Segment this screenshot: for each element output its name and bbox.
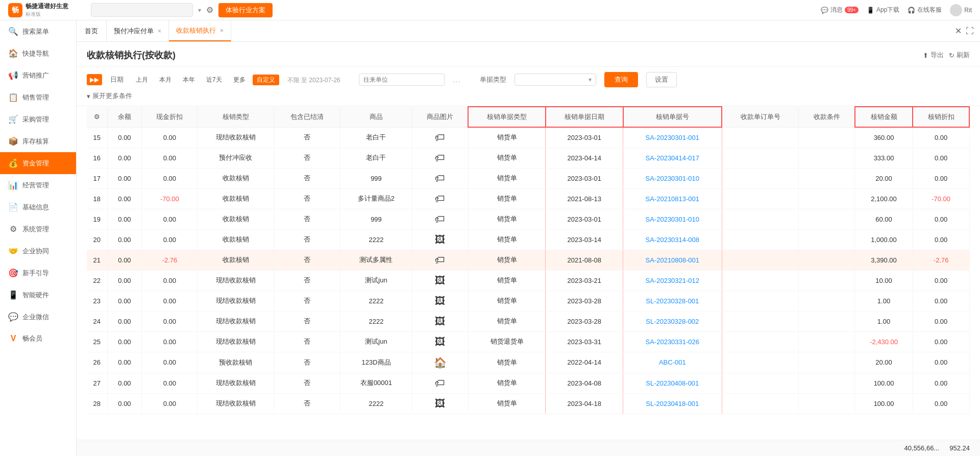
cell-payment-cond (799, 393, 855, 414)
cell-product: 999 (340, 209, 412, 229)
bill-no-link[interactable]: SL-20230418-001 (646, 400, 699, 407)
bill-no-link[interactable]: ABC-001 (659, 358, 686, 366)
cell-bill-no[interactable]: SA-20230301-001 (623, 127, 722, 148)
online-service-item[interactable]: 🎧 在线客服 (908, 6, 942, 14)
settings-button[interactable]: 设置 (646, 72, 677, 87)
sidebar-item-nav[interactable]: 🏠 快捷导航 (0, 42, 76, 64)
cell-bill-date: 2023-04-08 (546, 373, 623, 393)
cell-balance: 0.00 (107, 188, 142, 209)
last-month-btn[interactable]: 上月 (132, 74, 152, 86)
col-gear[interactable]: ⚙ (87, 107, 107, 127)
cell-bill-no[interactable]: SA-20230414-017 (623, 148, 722, 168)
more-btn[interactable]: 更多 (229, 74, 250, 86)
search-box-top[interactable] (91, 3, 193, 17)
refresh-button[interactable]: ↻ 刷新 (949, 51, 970, 60)
custom-date-btn[interactable]: 自定义 (253, 75, 279, 85)
cell-bill-no[interactable]: ABC-001 (623, 352, 722, 373)
sidebar-item-basic[interactable]: 📄 基础信息 (0, 196, 76, 218)
cell-bill-no[interactable]: SL-20230418-001 (623, 393, 722, 414)
tab-prepay[interactable]: 预付冲应付单 × (107, 20, 169, 41)
cell-payment-cond (799, 148, 855, 168)
bill-type-select[interactable]: ▾ (514, 74, 596, 86)
export-button[interactable]: ⬆ 导出 (923, 51, 944, 60)
sidebar-item-member[interactable]: V 畅会员 (0, 328, 76, 349)
bill-no-link[interactable]: SA-20230301-010 (646, 215, 700, 223)
dots-icon[interactable]: ... (453, 76, 461, 84)
expand-conditions-btn[interactable]: ▾ 展开更多条件 (87, 91, 970, 101)
sidebar-item-guide[interactable]: 🎯 新手引导 (0, 262, 76, 284)
col-gear-icon[interactable]: ⚙ (94, 113, 100, 121)
logo-sub: 标准版 (26, 11, 68, 18)
from-unit-input[interactable] (359, 74, 445, 86)
sidebar-item-hardware[interactable]: 📱 智能硬件 (0, 284, 76, 306)
cell-id: 17 (87, 168, 107, 188)
cell-img: 🖼 (412, 331, 468, 352)
sidebar-item-inventory[interactable]: 📦 库存核算 (0, 130, 76, 152)
bill-no-link[interactable]: SA-20210808-001 (646, 256, 700, 264)
cell-bill-no[interactable]: SL-20230328-001 (623, 291, 722, 311)
cell-bill-no[interactable]: SL-20230328-002 (623, 311, 722, 331)
bill-no-link[interactable]: SA-20230321-012 (646, 277, 700, 284)
tab-home[interactable]: 首页 (77, 20, 107, 41)
cell-balance: 0.00 (107, 168, 142, 188)
cell-bill-no[interactable]: SA-20230331-026 (623, 331, 722, 352)
cell-bill-no[interactable]: SA-20210808-001 (623, 250, 722, 270)
expand-tab-icon[interactable]: ⛶ (966, 27, 974, 36)
cell-payment-cond (799, 127, 855, 148)
tab-prepay-close[interactable]: × (158, 28, 161, 35)
gear-icon[interactable]: ⚙ (206, 5, 213, 15)
bill-no-link[interactable]: SA-20230414-017 (646, 154, 700, 162)
bill-no-link[interactable]: SA-20230301-010 (646, 175, 700, 182)
sidebar-item-search[interactable]: 🔍 搜索菜单 (0, 20, 76, 42)
cell-settled: 否 (274, 188, 340, 209)
sidebar-item-purchase[interactable]: 🛒 采购管理 (0, 108, 76, 130)
data-table: ⚙ 余额 现金折扣 核销类型 包含已结清 商品 商品图片 核销单据类型 核销单据… (87, 106, 970, 414)
sidebar-item-wechat[interactable]: 💬 企业微信 (0, 306, 76, 328)
sidebar-item-sales[interactable]: 📋 销售管理 (0, 86, 76, 108)
sidebar-item-label: 采购管理 (22, 115, 49, 124)
bill-no-link[interactable]: SA-20230331-026 (646, 338, 700, 346)
bill-no-link[interactable]: SL-20230328-002 (646, 318, 699, 325)
tab-writeoff-close[interactable]: × (220, 27, 224, 34)
bill-no-link[interactable]: SL-20230328-001 (646, 297, 699, 305)
expand-btn-arrow[interactable]: ▶▶ (87, 74, 102, 85)
last7-btn[interactable]: 近7天 (202, 74, 226, 86)
sidebar-item-collab[interactable]: 🤝 企业协同 (0, 240, 76, 262)
cell-product: 测试jun (340, 270, 412, 291)
bill-no-link[interactable]: SA-20230301-001 (646, 134, 700, 141)
cell-bill-no[interactable]: SA-20230321-012 (623, 270, 722, 291)
cell-discount: 0.00 (913, 373, 969, 393)
cell-img: 🏷 (412, 148, 468, 168)
sidebar-item-marketing[interactable]: 📢 营销推广 (0, 64, 76, 86)
cell-bill-no[interactable]: SA-20230301-010 (623, 168, 722, 188)
col-discount: 核销折扣 (913, 107, 969, 127)
cell-settled: 否 (274, 209, 340, 229)
this-year-btn[interactable]: 本年 (179, 74, 199, 86)
table-container[interactable]: ⚙ 余额 现金折扣 核销类型 包含已结清 商品 商品图片 核销单据类型 核销单据… (77, 106, 980, 440)
cell-bill-no[interactable]: SL-20230408-001 (623, 373, 722, 393)
user-item[interactable]: Rit (950, 4, 972, 16)
sidebar-item-finance[interactable]: 💰 资金管理 (0, 152, 76, 174)
app-download-item[interactable]: 📱 App下载 (867, 6, 899, 14)
close-tab-icon[interactable]: ✕ (955, 26, 962, 36)
footer-amount-total: 40,556,66... (904, 444, 940, 452)
cell-cash-discount: 0.00 (142, 311, 198, 331)
bill-no-link[interactable]: SA-20210813-001 (646, 195, 700, 203)
industry-button[interactable]: 体验行业方案 (218, 3, 273, 17)
query-button[interactable]: 查询 (604, 72, 638, 87)
cell-id: 27 (87, 373, 107, 393)
message-item[interactable]: 💬 消息 99+ (821, 6, 859, 14)
marketing-icon: 📢 (8, 70, 18, 80)
cell-amount: 1.00 (855, 311, 913, 331)
bill-no-link[interactable]: SL-20230408-001 (646, 379, 699, 387)
bill-type-label: 单据类型 (480, 75, 506, 84)
cell-bill-no[interactable]: SA-20230301-010 (623, 209, 722, 229)
tab-writeoff[interactable]: 收款核销执行 × (169, 20, 231, 41)
cell-bill-no[interactable]: SA-20210813-001 (623, 188, 722, 209)
sidebar-item-operation[interactable]: 📊 经营管理 (0, 174, 76, 196)
bill-no-link[interactable]: SA-20230314-008 (646, 236, 700, 244)
this-month-btn[interactable]: 本月 (155, 74, 176, 86)
cell-bill-no[interactable]: SA-20230314-008 (623, 229, 722, 250)
cell-bill-date: 2023-03-01 (546, 168, 623, 188)
sidebar-item-system[interactable]: ⚙ 系统管理 (0, 218, 76, 240)
